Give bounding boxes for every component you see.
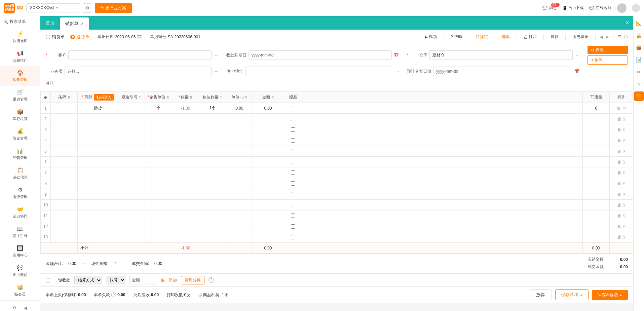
sidebar-item-sales[interactable]: 🏠 销售管理 (0, 66, 40, 86)
sidebar-item-member[interactable]: 👑 畅会员 (0, 281, 40, 300)
row-gift[interactable] (283, 178, 303, 189)
payment-amount-input[interactable] (129, 276, 156, 284)
row-qty[interactable] (172, 114, 199, 124)
gift-checkbox[interactable] (291, 235, 295, 239)
copy-icon[interactable]: ⎘ (623, 192, 625, 197)
amount-sort-icon[interactable]: ⇅ (271, 95, 274, 99)
row-qty[interactable] (172, 232, 199, 243)
warehouse-input[interactable] (429, 50, 573, 60)
delete-icon[interactable]: 🗑 (617, 192, 621, 197)
row-spec[interactable] (118, 167, 145, 178)
pkgqty-sort-icon[interactable]: ⇅ (220, 95, 223, 99)
row-barcode[interactable] (51, 146, 78, 157)
settings-gear-button[interactable]: ⚙ (83, 3, 92, 13)
row-unit[interactable] (145, 232, 172, 243)
row-spec[interactable] (118, 232, 145, 243)
row-barcode[interactable] (51, 221, 78, 232)
row-barcode[interactable] (51, 178, 78, 189)
row-barcode[interactable] (51, 189, 78, 200)
row-spec[interactable] (118, 135, 145, 146)
copy-icon[interactable]: ⎘ (623, 235, 625, 239)
message-button[interactable]: 💬 消息 99+ (542, 5, 557, 11)
select-button[interactable]: 选单 (499, 33, 513, 41)
row-qty[interactable] (172, 146, 199, 157)
row-gift[interactable] (283, 103, 303, 114)
row-unit[interactable] (145, 189, 172, 200)
sidebar-item-enterprise[interactable]: 🤝 企业协同 (0, 203, 40, 222)
row-barcode[interactable] (51, 124, 78, 135)
discard-button[interactable]: 放弃 (529, 289, 552, 300)
row-gift[interactable] (283, 210, 303, 221)
video-button[interactable]: ▶ 视频 (422, 33, 440, 41)
due-date-calendar-icon[interactable]: 📅 (394, 53, 399, 57)
delete-icon[interactable]: 🗑 (617, 181, 621, 186)
row-qty[interactable] (172, 157, 199, 167)
tab-sales-order[interactable]: 销货单 × (60, 17, 89, 30)
row-product[interactable] (78, 178, 118, 189)
sidebar-settings-button[interactable]: ⚙ (10, 303, 20, 311)
gift-checkbox[interactable] (291, 224, 295, 229)
salesperson-input[interactable] (65, 67, 212, 76)
delete-icon[interactable]: 🗑 (617, 127, 621, 132)
row-qty[interactable] (172, 200, 199, 210)
row-spec[interactable] (118, 103, 145, 114)
row-gift[interactable] (283, 189, 303, 200)
row-unit[interactable] (145, 135, 172, 146)
copy-icon[interactable]: ⎘ (623, 149, 625, 154)
company-selector[interactable]: XXXXXX公司 ▼ (26, 3, 80, 12)
tab-close-button[interactable]: × (81, 21, 84, 26)
sidebar-item-basic[interactable]: 📋 基础信息 (0, 164, 40, 183)
date-value[interactable]: 2023-06-06 (115, 35, 136, 39)
row-barcode[interactable] (51, 200, 78, 210)
delete-icon[interactable]: 🗑 (617, 138, 621, 143)
trial-button[interactable]: 体验行业方案 (95, 3, 132, 13)
row-product[interactable] (78, 167, 118, 178)
row-product[interactable] (78, 146, 118, 157)
payment-help-icon[interactable]: ? (209, 277, 214, 283)
copy-icon[interactable]: ⎘ (623, 160, 625, 164)
row-gift[interactable] (283, 124, 303, 135)
copy-icon[interactable]: ⎘ (623, 224, 625, 229)
row-product[interactable] (78, 221, 118, 232)
close-icon[interactable]: × (626, 20, 629, 26)
row-barcode[interactable] (51, 167, 78, 178)
barcode-sort-icon[interactable]: ⇅ (68, 95, 70, 99)
row-qty[interactable] (172, 189, 199, 200)
row-price[interactable] (226, 210, 253, 221)
gift-checkbox[interactable] (291, 149, 295, 153)
tab-home[interactable]: 首页 (40, 16, 60, 30)
row-price[interactable] (226, 167, 253, 178)
row-qty[interactable] (172, 167, 199, 178)
shortcut-button[interactable]: 快捷键 (473, 33, 491, 41)
expected-date-calendar-icon[interactable]: 📅 (574, 69, 579, 74)
row-unit[interactable] (145, 146, 172, 157)
row-unit[interactable] (145, 114, 172, 124)
row-price[interactable] (226, 189, 253, 200)
payment-method-select[interactable]: 结算方式 (74, 276, 102, 284)
row-spec[interactable] (118, 200, 145, 210)
sidebar-item-finance[interactable]: 💰 资金管理 (0, 125, 40, 144)
history-button[interactable]: 历史单据 (570, 33, 591, 41)
expected-date-input[interactable] (433, 67, 572, 76)
row-spec[interactable] (118, 114, 145, 124)
sidebar-item-app-center[interactable]: 🔲 应用中心 (0, 242, 40, 261)
row-spec[interactable] (118, 178, 145, 189)
sidebar-search[interactable]: 🔍 搜索菜单 (0, 16, 40, 27)
right-panel-ruler[interactable]: 📐 (634, 19, 644, 28)
delete-icon[interactable]: 🗑 (617, 224, 621, 229)
customer-dots[interactable]: ··· (215, 53, 218, 57)
sidebar-item-purchase[interactable]: 🛒 采购管理 (0, 86, 40, 105)
delete-icon[interactable]: 🗑 (617, 117, 621, 121)
row-spec[interactable] (118, 210, 145, 221)
row-barcode[interactable] (51, 114, 78, 124)
row-gift[interactable] (283, 167, 303, 178)
radio-return-order[interactable]: 退货单 (70, 34, 89, 40)
row-price[interactable] (226, 157, 253, 167)
sidebar-item-guide[interactable]: 📖 新手引导 (0, 222, 40, 242)
row-gift[interactable] (283, 221, 303, 232)
row-unit[interactable] (145, 178, 172, 189)
gift-checkbox[interactable] (291, 192, 295, 196)
unit-sort-icon[interactable]: ⇅ (166, 95, 169, 99)
row-gift[interactable] (283, 200, 303, 210)
gift-checkbox[interactable] (291, 117, 295, 121)
